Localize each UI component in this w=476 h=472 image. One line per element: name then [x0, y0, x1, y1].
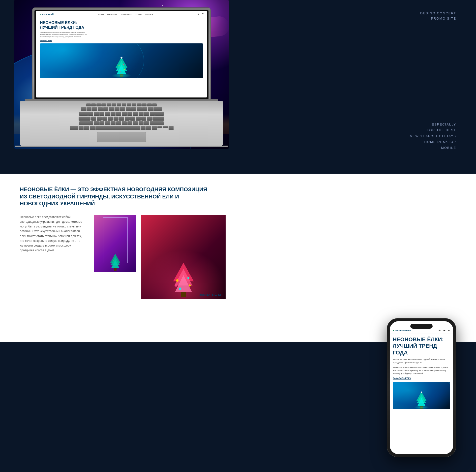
key-t[interactable]	[111, 112, 116, 116]
svg-point-22	[187, 277, 189, 279]
key-esc[interactable]	[86, 103, 91, 106]
key-g[interactable]	[114, 117, 119, 121]
key-n[interactable]	[122, 121, 127, 125]
key-f7[interactable]	[122, 103, 126, 106]
key-k[interactable]	[130, 117, 135, 121]
vk-icon[interactable]: ☰	[201, 13, 204, 16]
order-link[interactable]: ЗАКАЗАТЬ ЁЛКУ	[199, 293, 222, 296]
phone-cta[interactable]: ЗАКАЗАТЬ ЁЛКУ	[393, 377, 450, 379]
key-q[interactable]	[88, 112, 93, 116]
key-capslock[interactable]	[79, 117, 90, 121]
key-y[interactable]	[116, 112, 121, 116]
key-1[interactable]	[87, 107, 91, 111]
phone-telegram-icon[interactable]: ✈	[438, 329, 441, 332]
key-m[interactable]	[127, 121, 132, 125]
key-up[interactable]	[157, 126, 162, 128]
key-cmd[interactable]	[90, 126, 95, 130]
svg-rect-14	[114, 268, 117, 271]
key-e[interactable]	[99, 112, 104, 116]
key-f11[interactable]	[142, 103, 147, 106]
nav-link-catalog[interactable]: Каталог	[98, 13, 104, 15]
key-equals[interactable]	[148, 107, 153, 111]
key-2[interactable]	[92, 107, 97, 111]
key-p[interactable]	[139, 112, 144, 116]
key-down[interactable]	[163, 126, 168, 128]
nav-link-advantages[interactable]: Преимущества	[120, 13, 132, 15]
key-minus[interactable]	[142, 107, 147, 111]
key-f6[interactable]	[117, 103, 121, 106]
key-f8[interactable]	[127, 103, 131, 106]
key-backspace[interactable]	[153, 107, 162, 111]
hero-cta[interactable]: ЗАКАЗАТЬ ЁЛКУ	[40, 40, 203, 41]
key-0[interactable]	[137, 107, 142, 111]
key-a[interactable]	[91, 117, 96, 121]
key-enter[interactable]	[152, 117, 164, 121]
key-b[interactable]	[116, 121, 121, 125]
key-quote[interactable]	[147, 117, 152, 121]
key-c[interactable]	[105, 121, 110, 125]
svg-point-33	[418, 402, 419, 403]
key-j[interactable]	[125, 117, 130, 121]
key-l[interactable]	[136, 117, 141, 121]
key-v[interactable]	[111, 121, 116, 125]
key-z[interactable]	[94, 121, 99, 125]
hero-title: НЕОНОВЫЕ ЁЛКИ: ЛУЧШИЙ ТРЕНД ГОДА	[40, 20, 203, 30]
key-period[interactable]	[139, 121, 144, 125]
key-f10[interactable]	[137, 103, 142, 106]
phone-menu-icon[interactable]: ☰	[443, 329, 446, 332]
key-f[interactable]	[108, 117, 113, 121]
especially-label: ESPECIALLY	[410, 122, 456, 127]
phone-vk-icon[interactable]: вк	[447, 329, 451, 332]
room-window	[94, 215, 136, 272]
phone-hero: НЕОНОВЫЕ ЁЛКИ: ЛУЧШИЙ ТРЕНД ГОДА Альтерн…	[390, 334, 453, 412]
key-f3[interactable]	[101, 103, 106, 106]
key-backslash[interactable]	[155, 112, 164, 116]
key-cmd-r[interactable]	[141, 126, 146, 130]
phone-subtitle: Альтернатива живым ёлкам: сделайте новог…	[393, 358, 450, 364]
key-tab[interactable]	[79, 112, 88, 116]
key-space[interactable]	[95, 126, 140, 130]
key-f4[interactable]	[107, 103, 111, 106]
key-4[interactable]	[103, 107, 108, 111]
key-slash[interactable]	[144, 121, 149, 125]
key-o[interactable]	[133, 112, 138, 116]
key-shift-l[interactable]	[79, 121, 93, 125]
key-d[interactable]	[102, 117, 107, 121]
key-f2[interactable]	[96, 103, 101, 106]
key-left[interactable]	[152, 126, 157, 130]
key-i[interactable]	[127, 112, 132, 116]
key-8[interactable]	[126, 107, 131, 111]
nav-link-about[interactable]: О компании	[107, 13, 117, 15]
key-backtick[interactable]	[81, 107, 86, 111]
key-9[interactable]	[131, 107, 136, 111]
key-alt-l[interactable]	[84, 126, 89, 130]
telegram-icon[interactable]: ✈	[197, 13, 200, 16]
key-lbracket[interactable]	[144, 112, 149, 116]
key-r[interactable]	[105, 112, 110, 116]
key-f12[interactable]	[147, 103, 152, 106]
key-semicolon[interactable]	[141, 117, 146, 121]
key-u[interactable]	[122, 112, 127, 116]
key-6[interactable]	[115, 107, 119, 111]
key-f1[interactable]	[91, 103, 96, 106]
key-5[interactable]	[109, 107, 114, 111]
nav-link-delivery[interactable]: Доставка	[135, 13, 142, 15]
key-x[interactable]	[99, 121, 104, 125]
key-7[interactable]	[120, 107, 125, 111]
key-alt-r[interactable]	[146, 126, 151, 130]
key-h[interactable]	[119, 117, 124, 121]
key-comma[interactable]	[133, 121, 138, 125]
trackpad[interactable]	[97, 132, 146, 142]
key-f9[interactable]	[132, 103, 136, 106]
key-ctrl[interactable]	[79, 126, 84, 130]
key-fn[interactable]	[70, 126, 78, 130]
key-f5[interactable]	[112, 103, 116, 106]
key-right[interactable]	[169, 126, 174, 130]
key-s[interactable]	[97, 117, 102, 121]
key-3[interactable]	[98, 107, 103, 111]
key-w[interactable]	[94, 112, 99, 116]
nav-link-contacts[interactable]: Контакты	[145, 13, 153, 15]
key-del[interactable]	[152, 103, 157, 106]
key-rbracket[interactable]	[150, 112, 155, 116]
key-shift-r[interactable]	[150, 121, 164, 125]
